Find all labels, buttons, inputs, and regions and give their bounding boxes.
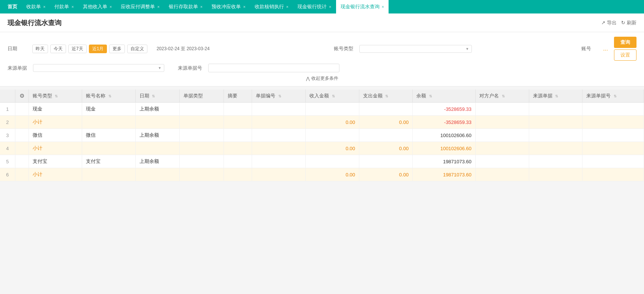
cell-account-type: 支付宝 (29, 155, 82, 168)
query-button[interactable]: 查询 (614, 37, 636, 48)
collapse-bar[interactable]: ⋀ 收起更多条件 (8, 75, 636, 82)
col-account-name[interactable]: 账号名称 ⇅ (82, 90, 136, 103)
account-type-label: 账号类型 (334, 45, 353, 52)
header-actions: ↗ 导出 ↻ 刷新 (601, 19, 636, 26)
cell-index: 5 (0, 155, 15, 168)
cell-summary (224, 103, 252, 116)
nav-tab-receipt[interactable]: 收款单 × (22, 0, 50, 13)
date-filter-label: 日期 (8, 45, 26, 52)
col-doc-type: 单据类型 (180, 90, 224, 103)
cell-doc-no (252, 116, 306, 129)
cell-expense (359, 155, 413, 168)
cell-settings (15, 116, 29, 129)
cell-expense (359, 103, 413, 116)
sort-icon: ⇅ (108, 94, 111, 98)
cell-settings (15, 155, 29, 168)
col-source-doc-no[interactable]: 来源单据号 ⇅ (582, 90, 644, 103)
cell-doc-no (252, 142, 306, 155)
col-settings[interactable]: ⚙ (15, 90, 29, 103)
date-btn-yesterday[interactable]: 昨天 (32, 45, 48, 53)
cell-source-doc-no (582, 155, 644, 168)
nav-home[interactable]: 首页 (3, 0, 22, 13)
settings-col-icon[interactable]: ⚙ (20, 93, 24, 99)
cell-index: 6 (0, 168, 15, 181)
cell-counterparty (476, 116, 529, 129)
cell-date: 上期余额 (135, 129, 180, 142)
nav-tab-statistics[interactable]: 现金银行统计 × (293, 0, 336, 13)
date-btn-today[interactable]: 今天 (50, 45, 66, 53)
table-row: 2 小计 0.00 0.00 -3528659.33 (0, 116, 644, 129)
close-icon[interactable]: × (286, 4, 288, 9)
col-balance[interactable]: 余额 ⇅ (413, 90, 476, 103)
cell-index: 1 (0, 103, 15, 116)
date-range-display: 2023-02-24 至 2023-03-24 (156, 46, 209, 52)
col-expense[interactable]: 支出金额 ⇅ (359, 90, 413, 103)
close-icon[interactable]: × (200, 4, 203, 9)
col-counterparty[interactable]: 对方户名 ⇅ (476, 90, 529, 103)
cell-account-type: 小计 (29, 116, 82, 129)
page-title: 现金银行流水查询 (8, 18, 62, 27)
cell-doc-type (180, 129, 224, 142)
nav-tab-adjustment[interactable]: 应收应付调整单 × (116, 0, 164, 13)
date-btn-more[interactable]: 更多 (109, 45, 125, 53)
nav-tab-verification[interactable]: 收款核销执行 × (250, 0, 293, 13)
filter-row-date: 日期 昨天 今天 近7天 近1月 更多 自定义 2023-02-24 至 202… (8, 37, 636, 61)
date-btn-1month[interactable]: 近1月 (89, 45, 107, 53)
close-icon[interactable]: × (110, 4, 112, 9)
table-header-row: ⚙ 账号类型 ⇅ 账号名称 ⇅ 日期 ⇅ 单据类型 摘要 (0, 90, 644, 103)
refresh-button[interactable]: ↻ 刷新 (621, 19, 636, 26)
cell-account-type: 微信 (29, 129, 82, 142)
cell-source-doc-no (582, 103, 644, 116)
close-icon[interactable]: × (157, 4, 159, 9)
nav-tab-payment[interactable]: 付款单 × (50, 0, 78, 13)
cell-balance: 100102606.60 (413, 142, 476, 155)
date-btn-custom[interactable]: 自定义 (127, 45, 147, 53)
cell-counterparty (476, 103, 529, 116)
source-doc-select[interactable]: ▾ (33, 64, 164, 72)
close-icon[interactable]: × (243, 4, 245, 9)
col-doc-no[interactable]: 单据编号 ⇅ (252, 90, 306, 103)
cell-balance: 100102606.60 (413, 129, 476, 142)
cell-source-doc-no (582, 142, 644, 155)
account-type-select[interactable]: ▾ (359, 45, 472, 53)
close-icon[interactable]: × (382, 4, 384, 9)
cell-source-doc (529, 116, 582, 129)
close-icon[interactable]: × (329, 4, 331, 9)
close-icon[interactable]: × (43, 4, 45, 9)
nav-tab-other-income[interactable]: 其他收入单 × (78, 0, 116, 13)
top-navigation: 首页 收款单 × 付款单 × 其他收入单 × 应收应付调整单 × 银行存取款单 … (0, 0, 644, 13)
source-doc-no-input[interactable] (208, 64, 339, 72)
cell-source-doc-no (582, 129, 644, 142)
refresh-icon: ↻ (621, 20, 625, 25)
table-row: 4 小计 0.00 0.00 100102606.60 (0, 142, 644, 155)
cell-account-type: 小计 (29, 168, 82, 181)
cell-account-name (82, 142, 136, 155)
cell-date (135, 116, 180, 129)
cell-income (306, 103, 359, 116)
cell-source-doc-no (582, 168, 644, 181)
chevron-down-icon-2: ▾ (159, 66, 161, 70)
table-container: ⚙ 账号类型 ⇅ 账号名称 ⇅ 日期 ⇅ 单据类型 摘要 (0, 90, 644, 181)
sort-icon: ⇅ (429, 94, 432, 98)
col-date[interactable]: 日期 ⇅ (135, 90, 180, 103)
cell-income (306, 129, 359, 142)
export-button[interactable]: ↗ 导出 (601, 19, 617, 26)
cell-doc-no (252, 129, 306, 142)
cell-balance: -3528659.33 (413, 116, 476, 129)
settings-button[interactable]: 设置 (614, 49, 636, 61)
cell-summary (224, 155, 252, 168)
close-icon[interactable]: × (71, 4, 74, 9)
nav-tab-prepay[interactable]: 预收冲应收单 × (207, 0, 250, 13)
sort-icon: ⇅ (278, 94, 281, 98)
nav-tab-cashflow[interactable]: 现金银行流水查询 × (336, 0, 389, 13)
sort-icon: ⇅ (385, 94, 388, 98)
date-btn-7days[interactable]: 近7天 (68, 45, 87, 53)
account-dots-button[interactable]: ... (603, 45, 608, 52)
sort-icon: ⇅ (55, 94, 58, 98)
col-account-type[interactable]: 账号类型 ⇅ (29, 90, 82, 103)
col-source-doc[interactable]: 来源单据 ⇅ (529, 90, 582, 103)
cell-income (306, 155, 359, 168)
nav-tab-bank-deposit[interactable]: 银行存取款单 × (164, 0, 207, 13)
col-income[interactable]: 收入金额 ⇅ (306, 90, 359, 103)
cell-summary (224, 168, 252, 181)
